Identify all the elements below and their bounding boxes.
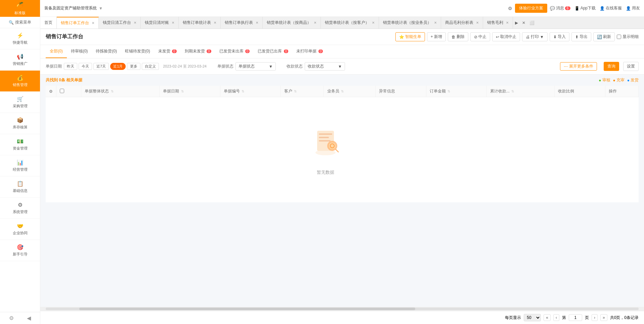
col-number[interactable]: 单据编号 ⇅	[220, 86, 281, 97]
tab-close-icon-5[interactable]: ✕	[256, 21, 258, 25]
sub-tab-pending-check[interactable]: 待拣验货(0)	[92, 45, 121, 58]
tab-close-icon-10[interactable]: ✕	[506, 21, 509, 25]
ship-action-btn[interactable]: ● 发货	[627, 77, 639, 83]
print-btn[interactable]: 🖨 打印 ▼	[522, 32, 548, 41]
sidebar-item-quick-nav[interactable]: ⚡ 快捷导航	[0, 28, 40, 49]
select-all-checkbox[interactable]	[60, 89, 64, 93]
import-btn[interactable]: ⬇ 导入	[550, 32, 569, 41]
tab-close-icon-7[interactable]: ✕	[372, 21, 375, 25]
date-btn-today[interactable]: 今天	[79, 63, 92, 70]
delete-btn[interactable]: 🗑 删除	[448, 32, 468, 41]
tab-sales-workbench[interactable]: 销售订单工作台 ✕	[57, 17, 99, 29]
sub-tab-shipped-not-out[interactable]: 已发货未出库 0	[215, 45, 254, 58]
expand-btn[interactable]: ⋯ 展开更多条件	[560, 62, 597, 71]
tab-close-icon-4[interactable]: ✕	[214, 21, 216, 25]
settings-bottom-icon[interactable]: ⚙	[9, 315, 14, 321]
col-customer[interactable]: 客户 ⇅	[281, 86, 324, 97]
stop-btn[interactable]: ⊘ 中止	[470, 32, 490, 41]
sidebar-item-enterprise[interactable]: 🤝 企业协同	[0, 219, 40, 240]
next-page-btn[interactable]: ›	[592, 314, 598, 321]
query-btn[interactable]: 查询	[604, 62, 619, 71]
col-settings[interactable]: ⚙	[46, 86, 56, 97]
tab-home[interactable]: 首页	[40, 17, 57, 29]
sidebar-item-sales[interactable]: 💰 销售管理	[0, 71, 40, 92]
sub-tab-unprinted[interactable]: 未打印单据 0	[292, 45, 327, 58]
status-select[interactable]: 单据状态 ▼	[235, 62, 276, 71]
last-page-btn[interactable]: »	[600, 314, 607, 321]
tab-sales-gross[interactable]: 销售毛利 ✕	[483, 17, 513, 29]
prev-page-btn[interactable]: ‹	[553, 314, 559, 321]
settings-btn[interactable]: 设置	[623, 62, 639, 71]
payment-select[interactable]: 收款状态 ▼	[305, 62, 345, 71]
tab-money-daily[interactable]: 钱货日清工作台 ✕	[99, 17, 141, 29]
tab-close-icon-8[interactable]: ✕	[434, 21, 437, 25]
sidebar-item-basic-info[interactable]: 📋 基础信息	[0, 176, 40, 198]
date-btn-7days[interactable]: 近7天	[93, 63, 109, 70]
refresh-btn[interactable]: 🔄 刷新	[593, 32, 615, 41]
header-gear-icon[interactable]: ⚙	[508, 6, 512, 11]
sub-tab-pending-audit[interactable]: 待审核(0)	[67, 45, 92, 58]
sub-tab-wangpu[interactable]: 旺铺待发货(0)	[121, 45, 154, 58]
tab-sales-product[interactable]: 销货单统计表（按商品） ✕	[263, 17, 321, 29]
tab-maximize[interactable]: ⬜	[527, 21, 536, 25]
tab-sales-staff[interactable]: 销货单统计表（按业务员） ✕	[379, 17, 441, 29]
show-detail-checkbox[interactable]	[617, 35, 621, 39]
industry-btn[interactable]: 体验行业方案	[515, 4, 547, 13]
per-page-select[interactable]: 50 10 20 100	[524, 314, 541, 321]
col-status[interactable]: 单据整体状态 ⇅	[81, 86, 160, 97]
app-download-item[interactable]: 📱 App下载	[574, 5, 596, 11]
sidebar-item-inventory[interactable]: 📦 库存核算	[0, 113, 40, 134]
col-collected[interactable]: 累计收款... ⇅	[487, 86, 555, 97]
smart-create-btn[interactable]: ⭐ 智能生单	[395, 32, 425, 41]
tab-sales-exec[interactable]: 销售订单执行表 ✕	[221, 17, 263, 29]
date-btn-1month[interactable]: 近1月	[110, 63, 126, 70]
collapse-icon[interactable]: ◀	[27, 315, 31, 321]
date-btn-more[interactable]: 更多	[127, 63, 140, 70]
col-abnormal[interactable]: 异常信息	[375, 86, 426, 97]
tab-close-icon-6[interactable]: ✕	[314, 21, 316, 25]
sidebar-item-finance[interactable]: 💵 资金管理	[0, 134, 40, 155]
sidebar-item-marketing[interactable]: 📢 营销推广	[0, 49, 40, 71]
scrollbar-thumb[interactable]	[79, 308, 415, 310]
tab-close-icon[interactable]: ✕	[92, 21, 94, 25]
col-date[interactable]: 单据日期 ⇅	[160, 86, 220, 97]
date-btn-yesterday[interactable]: 昨天	[64, 63, 77, 70]
sidebar-item-search[interactable]: 🔍 搜索菜单	[0, 17, 40, 28]
horizontal-scrollbar[interactable]	[40, 307, 644, 311]
sub-tab-unshipped[interactable]: 未发货 0	[154, 45, 181, 58]
col-amount[interactable]: 订单金额 ⇅	[426, 86, 486, 97]
tab-sales-stats[interactable]: 销售订单统计表 ✕	[179, 17, 221, 29]
sub-tab-all[interactable]: 全部(0)	[46, 45, 67, 58]
col-checkbox[interactable]	[56, 86, 81, 97]
show-detail-label[interactable]: 显示明细	[617, 34, 639, 40]
sidebar-item-beginner[interactable]: 🎯 新手引导	[0, 240, 40, 261]
filter-area: 单据日期 昨天 今天 近7天 近1月 更多 自定义 2023-02-24 至 2…	[40, 58, 644, 75]
tab-close-all[interactable]: ✕	[520, 21, 527, 25]
col-staff[interactable]: 业务员 ⇅	[324, 86, 375, 97]
online-service-item[interactable]: 👤 在线客服	[600, 5, 622, 11]
tab-close-icon-9[interactable]: ✕	[476, 21, 479, 25]
sub-tab-shipped-out[interactable]: 已发货已出库 0	[254, 45, 292, 58]
tab-close-icon-2[interactable]: ✕	[134, 21, 136, 25]
cancel-audit-btn[interactable]: ● 充审	[613, 77, 625, 83]
date-btn-custom[interactable]: 自定义	[142, 63, 159, 70]
sidebar-item-system[interactable]: ⚙ 系统管理	[0, 198, 40, 219]
tab-money-reconcile[interactable]: 钱货日清对账 ✕	[141, 17, 179, 29]
export-btn[interactable]: ⬆ 导出	[571, 32, 591, 41]
first-page-btn[interactable]: «	[544, 314, 551, 321]
new-btn[interactable]: + 新增	[427, 32, 446, 41]
system-dropdown-icon[interactable]: ▼	[99, 6, 103, 11]
tab-gross-margin[interactable]: 商品毛利分析表 ✕	[441, 17, 483, 29]
tab-close-icon-3[interactable]: ✕	[172, 21, 174, 25]
audit-action-btn[interactable]: ● 审核	[599, 77, 610, 83]
sub-tab-overdue-unshipped[interactable]: 到期未发货 0	[181, 45, 215, 58]
sidebar-item-purchase[interactable]: 🛒 采购管理	[0, 92, 40, 113]
user-item[interactable]: 👤 用友	[626, 5, 640, 11]
message-item[interactable]: 💬 消息 6	[550, 5, 570, 11]
table-settings-icon[interactable]: ⚙	[49, 89, 53, 94]
tab-scroll-right[interactable]: ▶	[513, 21, 520, 25]
tab-sales-customer[interactable]: 销货单统计表（按客户） ✕	[321, 17, 379, 29]
page-input[interactable]	[569, 314, 582, 321]
cancel-stop-btn[interactable]: ↩ 取消中止	[492, 32, 520, 41]
sidebar-item-operations[interactable]: 📊 经营管理	[0, 155, 40, 176]
